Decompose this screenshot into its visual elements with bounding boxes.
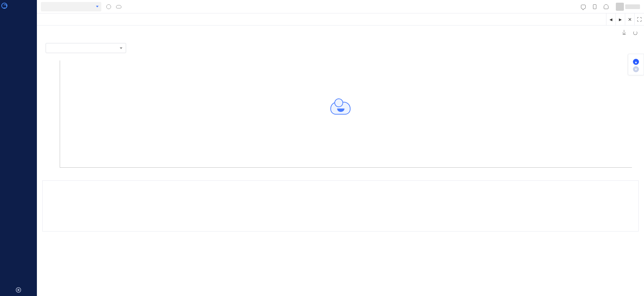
message-icon: [581, 5, 586, 9]
sidebar: [0, 0, 37, 296]
avatar-icon: [616, 3, 624, 11]
app-download-link[interactable]: [593, 4, 598, 9]
topbar: [37, 0, 644, 13]
tabs-bar: ◄ ► ✕ ⛶: [37, 13, 644, 26]
month-scroll-down[interactable]: ▼: [633, 66, 639, 72]
tabs-scroll-right[interactable]: ►: [616, 13, 625, 25]
content: [37, 57, 644, 296]
filter-row: [37, 40, 644, 57]
download-button[interactable]: [623, 31, 627, 35]
page-head: [37, 26, 644, 40]
page-actions: [623, 31, 639, 35]
chevron-down-icon: [96, 6, 99, 7]
tabs-controls: ◄ ► ✕ ⛶: [606, 13, 644, 25]
phone-icon: [593, 4, 596, 9]
sub-tabs: [38, 26, 40, 40]
download-icon: [623, 31, 626, 35]
messages-link[interactable]: [581, 5, 587, 9]
logo: [0, 0, 37, 10]
cloud-loading-icon: [330, 102, 351, 115]
sidebar-nav: [0, 13, 37, 284]
headset-icon: [604, 4, 608, 9]
chart: [42, 60, 639, 176]
user-name-placeholder: [625, 4, 640, 9]
tabs-scroll: [40, 13, 606, 25]
user-menu[interactable]: [616, 3, 640, 11]
chart-loading: [330, 102, 351, 117]
gear-icon: [16, 287, 21, 293]
sidebar-settings[interactable]: [0, 284, 37, 296]
main-area: ◄ ► ✕ ⛶: [37, 0, 644, 296]
month-scroll-up[interactable]: ▲: [633, 59, 639, 65]
salary-table: [42, 180, 639, 231]
gear-icon: [106, 4, 111, 9]
month-selector-panel: ▲ ▼: [628, 54, 644, 75]
refresh-icon: [633, 31, 637, 35]
table-body-empty: [43, 181, 638, 231]
brand-logo-icon: [1, 3, 7, 9]
tabs-close-all[interactable]: ✕: [625, 13, 635, 25]
topbar-links: [581, 3, 640, 11]
dept-filter-select[interactable]: [46, 43, 126, 53]
refresh-button[interactable]: [633, 31, 639, 35]
demo-link[interactable]: [116, 5, 123, 8]
brand-edition: [0, 10, 37, 13]
cloud-icon: [116, 5, 121, 8]
org-selector[interactable]: [41, 2, 101, 11]
tabs-scroll-left[interactable]: ◄: [606, 13, 616, 25]
online-service-link[interactable]: [604, 4, 610, 9]
chart-legend: [42, 57, 639, 60]
tabs-fullscreen[interactable]: ⛶: [635, 13, 644, 25]
settings-button[interactable]: [105, 3, 112, 10]
chevron-down-icon: [120, 47, 122, 49]
